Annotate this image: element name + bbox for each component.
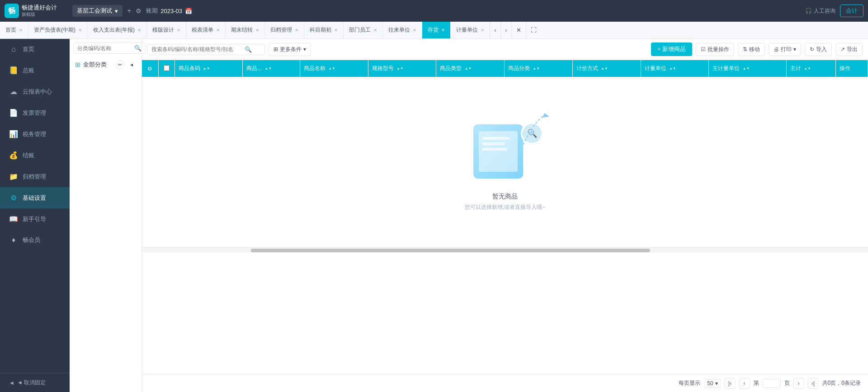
move-icon: ⇅ <box>743 46 747 52</box>
sidebar-item-invoice[interactable]: 📄 发票管理 <box>0 102 70 123</box>
import-label: 导入 <box>816 46 827 53</box>
page-number-input[interactable]: 1 <box>763 379 781 388</box>
th-settings[interactable]: ⚙ <box>142 60 158 77</box>
sidebar-item-home[interactable]: ⌂ 首页 <box>0 39 70 60</box>
sidebar-item-member[interactable]: ♦ 畅会员 <box>0 230 70 250</box>
category-edit-btn[interactable]: ✏ <box>115 60 124 69</box>
unpin-label: ◄ 取消固定 <box>17 379 46 387</box>
sidebar-item-invoice-label: 发票管理 <box>23 109 46 117</box>
print-btn[interactable]: 🖨 打印 ▾ <box>769 43 801 56</box>
tab-contacts[interactable]: 往来单位 ✕ <box>383 22 422 39</box>
page-first-btn[interactable]: |‹ <box>725 378 736 389</box>
move-label: 移动 <box>749 46 760 53</box>
type-sort[interactable]: ▲▼ <box>465 66 472 71</box>
tab-unit[interactable]: 计量单位 ✕ <box>451 22 490 39</box>
tab-expand[interactable]: ⛶ <box>526 22 541 39</box>
tab-balance-sheet[interactable]: 资产负债表(中期) ✕ <box>28 22 88 39</box>
doc-line3 <box>482 148 507 151</box>
unit-sort[interactable]: ▲▼ <box>669 66 676 71</box>
tab-inventory-close[interactable]: ✕ <box>441 28 445 33</box>
th-col3-label: 主计 <box>790 65 801 71</box>
sidebar-item-ledger-label: 总账 <box>23 66 34 75</box>
page-size-value: 50 <box>707 380 713 387</box>
app-edition: 旗舰版 <box>22 11 57 18</box>
collapse-btn[interactable]: ◂ <box>127 60 136 69</box>
tab-nav-right[interactable]: › <box>501 22 512 39</box>
settings-btn[interactable]: ⚙ <box>136 7 142 14</box>
category-all-label: 全部分类 <box>83 61 107 69</box>
price-sort[interactable]: ▲▼ <box>601 66 608 71</box>
batch-label: 批量操作 <box>708 46 729 53</box>
page-prev-btn[interactable]: ‹ <box>739 378 750 389</box>
tab-close-all[interactable]: ✕ <box>512 22 526 39</box>
sidebar-item-guide[interactable]: 📖 新手引导 <box>0 208 70 230</box>
tab-tax-list[interactable]: 税表清单 ✕ <box>186 22 226 39</box>
add-tab-btn[interactable]: + <box>127 7 131 15</box>
category-all[interactable]: ⊞ 全部分类 ✏ ◂ <box>73 57 138 72</box>
tab-subject-init[interactable]: 科目期初 ✕ <box>304 22 344 39</box>
page-last-btn[interactable]: ›| <box>808 378 819 389</box>
horizontal-scrollbar[interactable] <box>251 249 650 252</box>
page-next-btn[interactable]: › <box>793 378 804 389</box>
tab-unit-close[interactable]: ✕ <box>481 28 484 33</box>
account-button[interactable]: 会计 <box>840 5 863 17</box>
sidebar-item-settings[interactable]: ⚙ 基础设置 <box>0 187 70 208</box>
tab-balance-sheet-close[interactable]: ✕ <box>78 28 82 33</box>
category-search-icon[interactable]: 🔍 <box>134 45 142 52</box>
company-selector[interactable]: 基层工会测试 ▾ <box>72 5 123 17</box>
tab-home[interactable]: 首页 ✕ <box>0 22 28 39</box>
th-name-label: 商品名称 <box>304 65 326 71</box>
tab-period-carry-close[interactable]: ✕ <box>255 28 259 33</box>
sidebar-item-ledger[interactable]: 📒 总账 <box>0 60 70 81</box>
import-btn[interactable]: ↻ 导入 <box>805 43 832 56</box>
product-search-input[interactable] <box>151 46 242 52</box>
move-btn[interactable]: ⇅ 移动 <box>738 43 765 56</box>
filter-btn[interactable]: ⊞ 更多条件 ▾ <box>269 43 311 56</box>
select-all-checkbox[interactable] <box>164 65 170 71</box>
tab-archive-close[interactable]: ✕ <box>295 28 298 33</box>
col3-sort[interactable]: ▲▼ <box>804 66 811 71</box>
tab-template-design-close[interactable]: ✕ <box>177 28 180 33</box>
tab-dept-staff[interactable]: 部门员工 ✕ <box>344 22 383 39</box>
sidebar-unpin-btn[interactable]: ◄ ◄ 取消固定 <box>0 373 70 392</box>
category-sort[interactable]: ▲▼ <box>533 66 540 71</box>
tab-template-design[interactable]: 模版设计 ✕ <box>147 22 186 39</box>
name-sort[interactable]: ▲▼ <box>328 66 335 71</box>
tab-income-statement[interactable]: 收入支出表(年报) ✕ <box>88 22 147 39</box>
batch-operation-btn[interactable]: ☑ 批量操作 <box>696 43 734 56</box>
tab-dept-staff-close[interactable]: ✕ <box>373 28 377 33</box>
tab-home-close[interactable]: ✕ <box>19 28 23 33</box>
empty-desc: 您可以选择新增,或者直接导入哦~ <box>465 203 545 211</box>
sidebar-item-home-label: 首页 <box>23 45 34 53</box>
tab-inventory-label: 存货 <box>428 26 439 34</box>
svg-marker-0 <box>542 113 549 118</box>
product-search-wrap: 🔍 <box>147 44 265 55</box>
th-checkbox[interactable] <box>158 60 175 77</box>
tab-archive[interactable]: 归档管理 ✕ <box>265 22 304 39</box>
sidebar-item-archive[interactable]: 📁 归档管理 <box>0 166 70 187</box>
tab-subject-init-close[interactable]: ✕ <box>334 28 338 33</box>
page-size-select[interactable]: 50 ▾ <box>704 379 721 388</box>
tab-income-statement-close[interactable]: ✕ <box>137 28 141 33</box>
sidebar-item-tax[interactable]: 📊 税务管理 <box>0 123 70 145</box>
tab-nav-left[interactable]: ‹ <box>490 22 501 39</box>
logo-icon: 畅 <box>5 4 19 18</box>
export-btn[interactable]: ↗ 导出 <box>835 43 863 56</box>
sidebar: ⌂ 首页 📒 总账 ☁ 云报表中心 📄 发票管理 📊 税务管理 💰 结账 📁 归… <box>0 39 70 392</box>
tab-period-carry[interactable]: 期末结转 ✕ <box>226 22 265 39</box>
spec-sort[interactable]: ▲▼ <box>396 66 404 71</box>
product-search-icon[interactable]: 🔍 <box>245 46 252 53</box>
tab-inventory[interactable]: 存货 ✕ <box>422 22 451 39</box>
tab-tax-list-close[interactable]: ✕ <box>216 28 220 33</box>
sidebar-item-cloud-report[interactable]: ☁ 云报表中心 <box>0 81 70 102</box>
doc-line1 <box>482 137 509 140</box>
main-unit-sort[interactable]: ▲▼ <box>743 66 750 71</box>
code-sort[interactable]: ▲▼ <box>265 66 272 71</box>
tab-contacts-close[interactable]: ✕ <box>413 28 416 33</box>
barcode-sort[interactable]: ▲▼ <box>203 66 210 71</box>
new-product-btn[interactable]: + 新增商品 <box>651 43 692 56</box>
calendar-icon[interactable]: 📅 <box>185 8 192 14</box>
category-search-input[interactable] <box>77 45 132 52</box>
sidebar-item-closing[interactable]: 💰 结账 <box>0 145 70 166</box>
customer-service-btn[interactable]: 🎧 人工咨询 <box>805 7 835 15</box>
